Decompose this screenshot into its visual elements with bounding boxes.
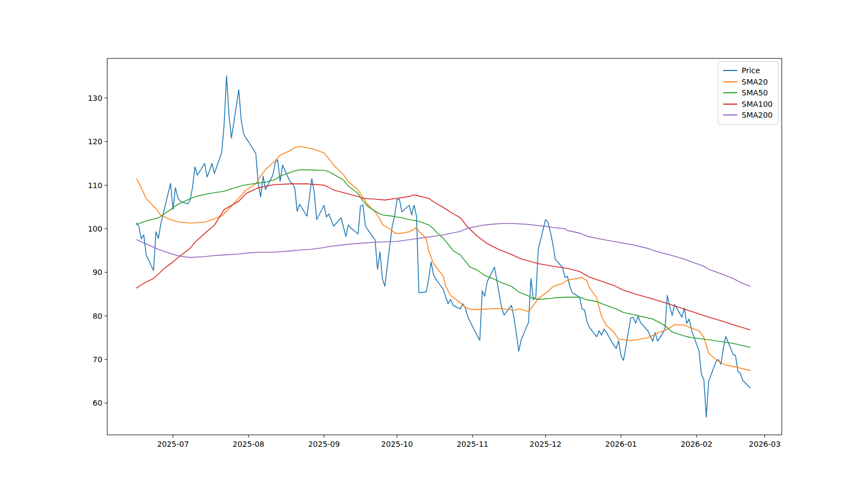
legend-label: SMA100	[742, 100, 773, 108]
x-axis-tick-label: 2025-11	[457, 440, 489, 448]
legend-entry-sma200: SMA200	[723, 110, 773, 121]
legend-entry-sma50: SMA50	[723, 87, 773, 99]
y-axis-tick-label: 110	[88, 181, 103, 190]
legend-label: SMA200	[742, 111, 773, 119]
legend-line-icon	[723, 81, 737, 82]
x-axis-tick-label: 2025-12	[529, 440, 561, 448]
legend-line-icon	[723, 104, 737, 105]
legend-entry-sma20: SMA20	[723, 76, 773, 88]
legend-label: SMA20	[742, 78, 768, 86]
y-axis-tick-label: 80	[93, 312, 103, 320]
y-axis-tick-label: 120	[88, 137, 103, 146]
y-axis-tick-label: 90	[93, 268, 103, 277]
figure: 2025-072025-082025-092025-102025-112025-…	[0, 0, 868, 488]
x-axis-tick-label: 2026-03	[749, 440, 781, 448]
legend-entry-price: Price	[723, 65, 773, 76]
y-axis-tick-label: 130	[88, 94, 103, 102]
x-axis-tick-label: 2026-02	[681, 440, 713, 448]
y-axis-tick-label: 70	[93, 355, 103, 364]
legend-label: Price	[742, 67, 760, 74]
legend: PriceSMA20SMA50SMA100SMA200	[718, 61, 778, 125]
legend-line-icon	[723, 70, 737, 71]
y-axis-tick-label: 60	[93, 399, 103, 407]
y-axis-tick-label: 100	[88, 224, 103, 233]
x-axis-tick-label: 2025-10	[381, 440, 413, 448]
x-axis-tick-label: 2026-01	[605, 440, 637, 448]
legend-line-icon	[723, 114, 737, 115]
legend-entry-sma100: SMA100	[723, 99, 773, 110]
legend-label: SMA50	[742, 89, 768, 97]
x-axis-tick-label: 2025-08	[233, 440, 265, 448]
x-axis-tick-label: 2025-07	[157, 440, 189, 448]
x-axis-tick-label: 2025-09	[308, 440, 340, 448]
legend-line-icon	[723, 92, 737, 93]
